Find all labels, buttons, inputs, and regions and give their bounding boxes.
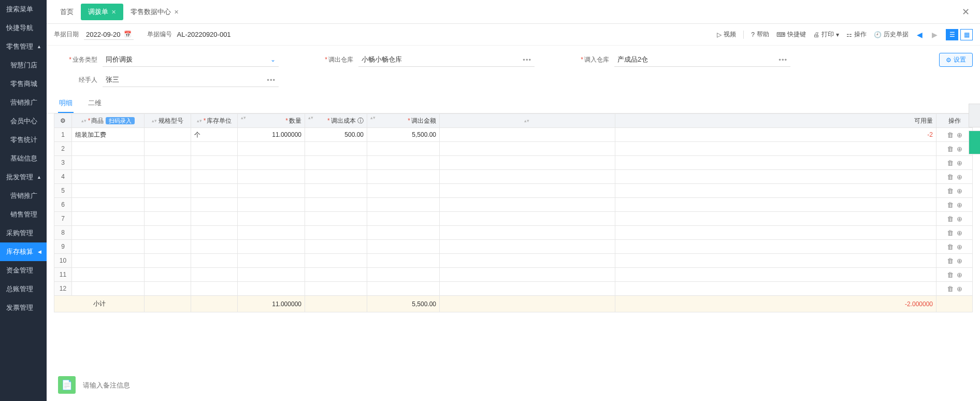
col-qty[interactable]: ▴▾数量	[238, 114, 305, 128]
subtotal-label: 小计	[54, 296, 145, 312]
rside-item-2[interactable]	[969, 131, 980, 154]
delete-row-icon[interactable]: 🗑	[947, 229, 954, 237]
inwh-select[interactable]: 产成品2仓 •••	[614, 53, 790, 67]
delete-row-icon[interactable]: 🗑	[947, 243, 954, 251]
scan-button[interactable]: 扫码录入	[106, 117, 135, 124]
add-row-icon[interactable]: ⊕	[957, 215, 962, 223]
add-row-icon[interactable]: ⊕	[957, 187, 962, 195]
tab-transfer[interactable]: 调拨单✕	[81, 4, 123, 20]
add-row-icon[interactable]: ⊕	[957, 159, 962, 167]
action-button[interactable]: ⚏ 操作	[846, 30, 867, 39]
print-button[interactable]: 🖨 打印 ▾	[813, 30, 839, 39]
table-row[interactable]: 9🗑⊕	[54, 240, 973, 254]
handler-select[interactable]: 张三 •••	[103, 73, 279, 87]
col-outcost[interactable]: ▴▾调出成本 ⓘ	[305, 114, 367, 128]
tab-retaildata[interactable]: 零售数据中心✕	[123, 4, 186, 20]
help-button[interactable]: ? 帮助	[751, 30, 769, 39]
col-product[interactable]: ▴▾商品扫码录入	[72, 114, 145, 128]
table-row[interactable]: 3🗑⊕	[54, 156, 973, 170]
delete-row-icon[interactable]: 🗑	[947, 201, 954, 209]
more-icon[interactable]: •••	[267, 76, 276, 84]
subtotal-avail: -2.000000	[615, 296, 936, 312]
delete-row-icon[interactable]: 🗑	[947, 131, 954, 139]
close-icon[interactable]: ✕	[111, 4, 116, 20]
add-row-icon[interactable]: ⊕	[957, 173, 962, 181]
more-icon[interactable]: •••	[523, 56, 531, 64]
table-wrap: ⚙ ▴▾商品扫码录入 ▴▾规格型号 ▴▾库存单位 ▴▾数量 ▴▾调出成本 ⓘ ▴…	[47, 113, 980, 369]
detail-tab-lines[interactable]: 明细	[58, 94, 74, 113]
delete-row-icon[interactable]: 🗑	[947, 257, 954, 265]
table-row[interactable]: 10🗑⊕	[54, 254, 973, 268]
prev-doc-button[interactable]: ◀	[916, 31, 924, 39]
form-row-2: 经手人 张三 •••	[47, 70, 980, 94]
tab-home[interactable]: 首页	[53, 4, 81, 20]
gear-column[interactable]: ⚙	[54, 114, 72, 128]
add-row-icon[interactable]: ⊕	[957, 131, 962, 139]
sidebar-item-inventory[interactable]: 库存核算◀	[0, 242, 47, 261]
sidebar-item-quicknav[interactable]: 快捷导航	[0, 19, 47, 37]
sidebar-item-basicinfo[interactable]: 基础信息	[0, 149, 47, 168]
sidebar-item-marketing1[interactable]: 营销推广	[0, 93, 47, 112]
history-button[interactable]: 🕘 历史单据	[874, 30, 909, 39]
add-row-icon[interactable]: ⊕	[957, 243, 962, 251]
date-input[interactable]: 2022-09-20 📅	[84, 30, 134, 40]
table-row[interactable]: 6🗑⊕	[54, 198, 973, 212]
table-row[interactable]: 4🗑⊕	[54, 170, 973, 184]
more-icon[interactable]: •••	[779, 56, 787, 64]
sidebar-item-funds[interactable]: 资金管理	[0, 261, 47, 280]
table-row[interactable]: 12🗑⊕	[54, 282, 973, 296]
sidebar-item-salesmgmt[interactable]: 销售管理	[0, 205, 47, 224]
view-list-button[interactable]: ☰	[946, 29, 958, 40]
delete-row-icon[interactable]: 🗑	[947, 173, 954, 181]
col-outamt[interactable]: ▴▾调出金额	[367, 114, 440, 128]
close-icon[interactable]: ✕	[174, 4, 179, 20]
table-row[interactable]: 5🗑⊕	[54, 184, 973, 198]
col-spec[interactable]: ▴▾规格型号	[145, 114, 191, 128]
table-row[interactable]: 2🗑⊕	[54, 142, 973, 156]
delete-row-icon[interactable]: 🗑	[947, 145, 954, 153]
table-row[interactable]: 1组装加工费个11.000000500.005,500.00-2🗑⊕	[54, 128, 973, 142]
sidebar-item-marketing2[interactable]: 营销推广	[0, 187, 47, 205]
detail-tab-2d[interactable]: 二维	[87, 94, 103, 113]
add-row-icon[interactable]: ⊕	[957, 285, 962, 293]
settings-button[interactable]: ⚙ 设置	[939, 53, 973, 67]
table-row[interactable]: 8🗑⊕	[54, 226, 973, 240]
sidebar-item-member[interactable]: 会员中心	[0, 112, 47, 131]
add-row-icon[interactable]: ⊕	[957, 201, 962, 209]
remark-input[interactable]	[83, 381, 969, 389]
add-row-icon[interactable]: ⊕	[957, 229, 962, 237]
col-blank[interactable]: ▴▾	[440, 114, 615, 128]
col-avail[interactable]: 可用量	[615, 114, 936, 128]
col-unit[interactable]: ▴▾库存单位	[191, 114, 238, 128]
sidebar-item-invoice[interactable]: 发票管理	[0, 298, 47, 317]
close-all-tabs-button[interactable]: ✕	[958, 6, 974, 18]
rside-item-1[interactable]	[969, 104, 980, 127]
delete-row-icon[interactable]: 🗑	[947, 187, 954, 195]
sidebar-item-purchase[interactable]: 采购管理	[0, 224, 47, 242]
handler-label: 经手人	[79, 76, 97, 83]
sidebar-item-retail[interactable]: 零售管理▲	[0, 37, 47, 56]
sidebar-item-wholesale[interactable]: 批发管理▲	[0, 168, 47, 187]
add-row-icon[interactable]: ⊕	[957, 257, 962, 265]
delete-row-icon[interactable]: 🗑	[947, 215, 954, 223]
add-row-icon[interactable]: ⊕	[957, 145, 962, 153]
table-row[interactable]: 11🗑⊕	[54, 268, 973, 282]
outwh-select[interactable]: 小畅小畅仓库 •••	[358, 53, 535, 67]
date-label: 单据日期	[54, 30, 79, 39]
delete-row-icon[interactable]: 🗑	[947, 159, 954, 167]
view-grid-button[interactable]: ▦	[960, 29, 973, 40]
video-button[interactable]: ▷ 视频	[717, 30, 736, 39]
sidebar-item-retailstats[interactable]: 零售统计	[0, 131, 47, 149]
sidebar-item-ledger[interactable]: 总账管理	[0, 280, 47, 298]
sidebar-item-retailmall[interactable]: 零售商城	[0, 75, 47, 93]
delete-row-icon[interactable]: 🗑	[947, 271, 954, 279]
add-row-icon[interactable]: ⊕	[957, 271, 962, 279]
sidebar-item-smartstore[interactable]: 智慧门店	[0, 56, 47, 75]
biztype-select[interactable]: 同价调拨 ⌄	[103, 53, 279, 67]
delete-row-icon[interactable]: 🗑	[947, 285, 954, 293]
next-doc-button[interactable]: ▶	[931, 31, 939, 39]
detail-table: ⚙ ▴▾商品扫码录入 ▴▾规格型号 ▴▾库存单位 ▴▾数量 ▴▾调出成本 ⓘ ▴…	[54, 113, 973, 312]
table-row[interactable]: 7🗑⊕	[54, 212, 973, 226]
sidebar-item-search[interactable]: 搜索菜单	[0, 0, 47, 19]
shortcut-button[interactable]: ⌨ 快捷键	[776, 30, 806, 39]
